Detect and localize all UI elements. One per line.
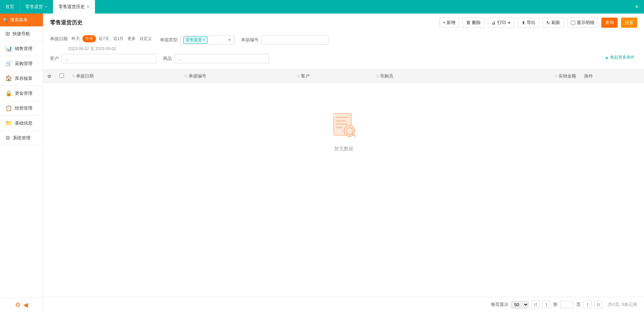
th-gear[interactable]: ⚙ <box>43 70 55 83</box>
th-customer[interactable]: 客户 <box>293 70 372 83</box>
data-table: ⚙ 单据日期 单据编号 客户 <box>43 70 644 179</box>
sidebar-item-sales[interactable]: 📊 销售管理 <box>0 41 43 56</box>
svg-rect-4 <box>336 127 343 128</box>
page-number-input[interactable]: 1 <box>560 301 574 308</box>
date-filter-group: 单据日期 昨天 今天 近7天 近1月 更多 自定义 <box>50 35 153 42</box>
page-title: 零售退货历史 <box>50 19 82 26</box>
doc-type-select[interactable]: 零售退货 × ▼ <box>180 35 234 45</box>
th-amount[interactable]: 实销金额 <box>468 70 580 83</box>
page-title-row: 零售退货历史 + 新增 🗑 删除 🖨 🖨 打印 打印 ▼ ⬆ 导出 <box>50 18 637 28</box>
pagination-bar: 每页显示 10 20 50 100 ⟨⟨ ⟨ 第 1 页 ⟩ ⟩⟩ 共0页, 0… <box>43 297 644 312</box>
tab-home[interactable]: 首页 <box>0 0 20 14</box>
th-guide-label: 导购员 <box>380 73 393 79</box>
collapse-label: 收起更多条件 <box>610 54 635 60</box>
page-header: 零售退货历史 + 新增 🗑 删除 🖨 🖨 打印 打印 ▼ ⬆ 导出 <box>43 14 644 70</box>
print-icon: 🖨 <box>492 20 496 25</box>
display-detail-checkbox[interactable] <box>571 21 575 25</box>
tab-home-label: 首页 <box>5 4 14 10</box>
last-page-button[interactable]: ⟩⟩ <box>594 300 602 309</box>
sidebar-item-system-label: 系统管理 <box>13 135 30 141</box>
th-date-label: 单据日期 <box>76 73 94 79</box>
select-all-checkbox[interactable] <box>59 73 64 78</box>
sidebar-item-purchase-label: 采购管理 <box>15 61 32 67</box>
tab-return-history[interactable]: 零售退货历史 × <box>53 0 95 14</box>
basic-info-icon: 📁 <box>5 120 12 126</box>
doc-type-tag-close[interactable]: × <box>203 38 205 42</box>
date-range-display: 2023-06-02 至 2023-06-02 <box>68 46 116 51</box>
top-bar: 首页 零售退货 × 零售退货历史 × × <box>0 0 644 14</box>
table-container: ⚙ 单据日期 单据编号 客户 <box>43 70 644 297</box>
collapse-filter-button[interactable]: ▲ 收起更多条件 <box>602 54 637 61</box>
tab-return-close-icon[interactable]: × <box>45 4 47 9</box>
inventory-icon: 🏠 <box>5 75 12 82</box>
per-page-label: 每页显示 <box>491 302 508 308</box>
total-info: 共0页, 0条记录 <box>608 302 637 308</box>
next-page-button[interactable]: ⟩ <box>583 300 592 309</box>
customer-label: 客户 <box>50 55 59 62</box>
sidebar-search-label: 搜索菜单 <box>10 17 28 23</box>
sidebar-item-inventory[interactable]: 🏠 库存核算 <box>0 71 43 86</box>
goods-filter-group: 商品 ... <box>163 54 269 63</box>
date-btn-last1m[interactable]: 近1月 <box>112 36 125 42</box>
delete-button[interactable]: 🗑 删除 <box>462 18 484 28</box>
date-btn-custom[interactable]: 自定义 <box>138 36 153 42</box>
empty-text: 暂无数据 <box>334 146 353 152</box>
svg-rect-3 <box>336 124 348 125</box>
sidebar-search-button[interactable]: 🔍 搜索菜单 <box>0 14 43 26</box>
th-number-label: 单据编号 <box>189 73 206 79</box>
print-button[interactable]: 🖨 🖨 打印 打印 ▼ <box>488 18 515 28</box>
th-number[interactable]: 单据编号 <box>180 70 292 83</box>
per-page-select[interactable]: 10 20 50 100 <box>511 301 529 309</box>
sidebar: 🔍 搜索菜单 ⊞ 快捷导航 📊 销售管理 🛒 采购管理 🏠 库存核算 🔒 <box>0 14 43 312</box>
page-suffix-label: 页 <box>576 302 581 308</box>
toggle-footer-button[interactable]: ◀ <box>23 301 28 309</box>
export-button[interactable]: ⬆ 导出 <box>518 18 539 28</box>
query-button[interactable]: 查询 <box>601 18 618 28</box>
sidebar-item-basic-info[interactable]: 📁 基础信息 <box>0 116 43 131</box>
purchase-icon: 🛒 <box>5 60 12 67</box>
th-date[interactable]: 单据日期 <box>68 70 180 83</box>
customer-input[interactable]: ... <box>62 54 156 63</box>
settings-button[interactable]: 设置 <box>621 18 637 28</box>
th-checkbox[interactable] <box>55 70 68 83</box>
first-page-button[interactable]: ⟨⟨ <box>531 300 540 309</box>
sidebar-item-purchase[interactable]: 🛒 采购管理 <box>0 56 43 71</box>
window-close-button[interactable]: × <box>629 3 644 10</box>
doc-number-input[interactable] <box>261 35 329 45</box>
content-area: 零售退货历史 + 新增 🗑 删除 🖨 🖨 打印 打印 ▼ ⬆ 导出 <box>43 14 644 312</box>
table-header: ⚙ 单据日期 单据编号 客户 <box>43 70 644 83</box>
display-detail-toggle[interactable]: 显示明细 <box>567 18 598 28</box>
sidebar-item-operations[interactable]: 📋 经营管理 <box>0 101 43 116</box>
date-btn-last7[interactable]: 近7天 <box>97 36 111 42</box>
tab-list: 首页 零售退货 × 零售退货历史 × <box>0 0 629 14</box>
prev-page-button[interactable]: ⟨ <box>542 300 550 309</box>
refresh-button[interactable]: ↻ 刷新 <box>543 18 564 28</box>
filter-row-1: 单据日期 昨天 今天 近7天 近1月 更多 自定义 单据类型 <box>50 35 637 45</box>
date-shortcuts: 昨天 今天 近7天 近1月 更多 自定义 <box>70 35 153 42</box>
doc-type-label: 单据类型 <box>160 37 177 43</box>
quick-nav-icon: ⊞ <box>5 30 10 37</box>
add-button[interactable]: + 新增 <box>439 18 459 28</box>
date-btn-yesterday[interactable]: 昨天 <box>70 36 81 42</box>
tab-return[interactable]: 零售退货 × <box>20 0 53 14</box>
refresh-icon: ↻ <box>546 20 550 25</box>
sidebar-item-quick-nav[interactable]: ⊞ 快捷导航 <box>0 26 43 41</box>
settings-footer-button[interactable]: ⚙ <box>15 301 21 309</box>
customer-filter-group: 客户 ... <box>50 54 156 63</box>
tab-return-history-close-icon[interactable]: × <box>87 4 89 9</box>
sidebar-item-inventory-label: 库存核算 <box>15 75 32 82</box>
svg-rect-2 <box>336 120 346 121</box>
goods-label: 商品 <box>163 55 172 62</box>
system-icon: ⚙ <box>5 135 10 141</box>
sidebar-item-system[interactable]: ⚙ 系统管理 <box>0 131 43 146</box>
sidebar-item-finance[interactable]: 🔒 资金管理 <box>0 86 43 101</box>
doc-type-filter-group: 单据类型 零售退货 × ▼ <box>160 35 234 45</box>
th-guide[interactable]: 导购员 <box>372 70 468 83</box>
collapse-icon: ▲ <box>605 55 609 60</box>
filter-area: 单据日期 昨天 今天 近7天 近1月 更多 自定义 单据类型 <box>50 32 637 69</box>
date-btn-today[interactable]: 今天 <box>82 35 96 42</box>
print-chevron-icon: ▼ <box>507 21 511 25</box>
goods-input[interactable]: ... <box>174 54 269 63</box>
date-btn-more[interactable]: 更多 <box>126 36 137 42</box>
main-layout: 🔍 搜索菜单 ⊞ 快捷导航 📊 销售管理 🛒 采购管理 🏠 库存核算 🔒 <box>0 14 644 312</box>
